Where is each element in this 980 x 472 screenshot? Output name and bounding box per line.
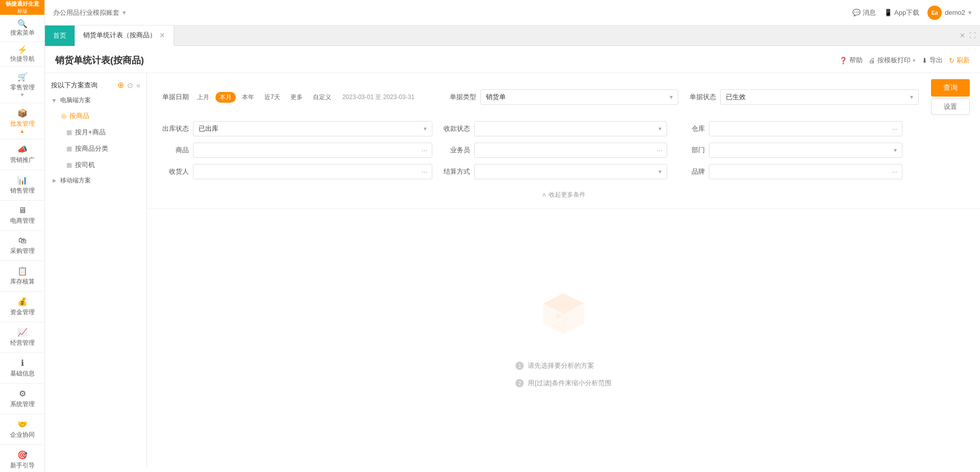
- date-tab-custom[interactable]: 自定义: [309, 92, 335, 103]
- scheme-panel: 按以下方案查询 ⊕ ⊙ « ▼ 电脑端方案 ◎ 按商品: [45, 73, 147, 468]
- out-status-value: 已出库: [199, 124, 218, 133]
- filter-group-payment: 结算方式 ▾: [438, 164, 668, 179]
- sidebar-item-quick-nav[interactable]: ⚡ 快捷导航: [0, 42, 44, 67]
- scheme-section-desktop-header[interactable]: ▼ 电脑端方案: [45, 93, 146, 108]
- sidebar-item-retail[interactable]: 🛒 零售管理 ▼: [0, 67, 44, 103]
- salesperson-dots-icon[interactable]: ···: [657, 146, 663, 154]
- department-select[interactable]: ▾: [709, 143, 902, 158]
- payment-dropdown-icon: ▾: [658, 168, 662, 175]
- collapse-scheme-icon[interactable]: «: [136, 81, 140, 89]
- filter-group-brand: 品牌 ···: [673, 164, 902, 179]
- export-button[interactable]: ⬇ 导出: [922, 56, 943, 65]
- salesperson-input[interactable]: ···: [474, 143, 668, 158]
- refresh-button[interactable]: ↻ 刷新: [949, 56, 970, 65]
- filter-group-out-status: 出库状态 已出库 ▾: [157, 121, 432, 136]
- scheme-panel-actions: ⊕ ⊙ «: [117, 80, 140, 90]
- edit-scheme-icon[interactable]: ⊙: [127, 81, 133, 89]
- type-filter-select[interactable]: 销货单 ▾: [480, 89, 679, 105]
- user-menu[interactable]: Ea demo2 ▾: [927, 6, 972, 20]
- sidebar-item-ecommerce[interactable]: 🖥 电商管理: [0, 201, 44, 231]
- warehouse-dots-icon[interactable]: ···: [892, 125, 898, 133]
- payment-select[interactable]: ▾: [474, 164, 668, 179]
- svg-point-4: [565, 317, 568, 320]
- date-range-text: 2023-03-01 至 2023-03-31: [342, 93, 414, 102]
- collapse-more-button[interactable]: ∧ 收起更多条件: [157, 185, 970, 204]
- sidebar-search-label: 搜索菜单: [3, 29, 41, 37]
- help-icon: ❓: [839, 57, 847, 64]
- payment-label: 结算方式: [438, 167, 474, 176]
- department-label: 部门: [673, 146, 709, 155]
- date-tab-this-month[interactable]: 本月: [215, 92, 236, 103]
- topbar-actions: 💬 消息 📱 App下载 Ea demo2 ▾: [852, 6, 972, 20]
- tab-close-icon[interactable]: ✕: [159, 31, 165, 39]
- empty-tip-2: 2 用[过滤]条件来缩小分析范围: [516, 376, 611, 390]
- sidebar-item-marketing[interactable]: 📣 营销推广: [0, 139, 44, 170]
- warehouse-input[interactable]: ···: [709, 121, 902, 136]
- app-download-button[interactable]: 📱 App下载: [884, 8, 919, 17]
- date-tab-this-year[interactable]: 本年: [238, 92, 258, 103]
- sidebar-item-search[interactable]: 🔍 搜索菜单: [0, 15, 44, 42]
- product-label: 商品: [157, 146, 193, 155]
- export-icon: ⬇: [922, 57, 927, 64]
- scheme-item-by-cashier[interactable]: ▦ 按司机: [45, 157, 146, 173]
- query-button[interactable]: 查询: [931, 79, 970, 97]
- empty-tip-2-text: 用[过滤]条件来缩小分析范围: [528, 376, 611, 390]
- collection-dropdown-icon: ▾: [658, 125, 662, 132]
- brand-input[interactable]: ···: [709, 164, 902, 179]
- scheme-item-by-month-product[interactable]: ▦ 按月+商品: [45, 124, 146, 140]
- sidebar-purchase-label: 采购管理: [10, 247, 35, 255]
- status-filter-select[interactable]: 已生效 ▾: [720, 89, 919, 105]
- sidebar-item-wholesale[interactable]: 📦 批发管理 ▲: [0, 103, 44, 139]
- type-filter-value: 销货单: [486, 92, 506, 102]
- sidebar-item-enterprise[interactable]: 🤝 企业协同: [0, 414, 44, 445]
- setting-button[interactable]: 设置: [931, 99, 970, 115]
- sidebar-item-basic[interactable]: ℹ 基础信息: [0, 353, 44, 384]
- sidebar-sales-label: 销售管理: [10, 186, 35, 195]
- tab-home-label: 首页: [53, 31, 66, 40]
- brand-dots-icon[interactable]: ···: [892, 168, 898, 176]
- out-status-select[interactable]: 已出库 ▾: [193, 121, 432, 136]
- add-scheme-icon[interactable]: ⊕: [117, 80, 124, 90]
- print-icon: 🖨: [869, 57, 875, 64]
- sidebar-item-purchase[interactable]: 🛍 采购管理: [0, 231, 44, 261]
- recipient-dots-icon[interactable]: ···: [422, 168, 428, 176]
- avatar: Ea: [927, 6, 942, 20]
- close-window-icon[interactable]: ✕: [960, 32, 965, 39]
- sidebar-item-newguide[interactable]: 🎯 新手引导: [0, 445, 44, 472]
- empty-tips: 1 请先选择要分析的方案 2 用[过滤]条件来缩小分析范围: [516, 359, 611, 390]
- user-dropdown-icon: ▾: [968, 9, 972, 16]
- app-download-label: App下载: [894, 8, 919, 17]
- date-tab-more[interactable]: 更多: [286, 92, 307, 103]
- salesperson-label: 业务员: [438, 146, 474, 155]
- sidebar-item-system[interactable]: ⚙ 系统管理: [0, 384, 44, 414]
- recipient-input[interactable]: ···: [193, 164, 432, 179]
- basic-icon: ℹ: [21, 358, 24, 368]
- scheme-panel-header: 按以下方案查询 ⊕ ⊙ «: [45, 77, 146, 93]
- industry-dropdown-icon[interactable]: ▾: [122, 9, 126, 16]
- tabbar: 首页 销货单统计表（按商品） ✕ ✕ ⛶: [45, 26, 980, 46]
- collapse-more-icon: ∧: [542, 191, 547, 198]
- print-button[interactable]: 🖨 按模板打印 ▾: [869, 56, 916, 65]
- scheme-item-by-product[interactable]: ◎ 按商品: [45, 108, 146, 124]
- sidebar-system-label: 系统管理: [10, 400, 35, 409]
- date-tab-last-month[interactable]: 上月: [193, 92, 213, 103]
- maximize-window-icon[interactable]: ⛶: [969, 32, 976, 39]
- date-tab-7days[interactable]: 近7天: [260, 92, 284, 103]
- collection-select[interactable]: ▾: [474, 121, 668, 136]
- page: 销货单统计表(按商品) ❓ 帮助 🖨 按模板打印 ▾ ⬇ 导出 ↻ 刷新: [45, 46, 980, 472]
- sidebar-item-finance[interactable]: 💰 资金管理: [0, 292, 44, 322]
- product-dots-icon[interactable]: ···: [422, 146, 428, 154]
- sidebar-item-sales[interactable]: 📊 销售管理: [0, 170, 44, 201]
- product-input[interactable]: ···: [193, 143, 432, 158]
- tab-sales-stats[interactable]: 销货单统计表（按商品） ✕: [75, 26, 174, 46]
- scheme-section-mobile-header[interactable]: ▼ 移动端方案: [45, 173, 146, 188]
- status-dropdown-icon: ▾: [910, 93, 913, 101]
- tab-home[interactable]: 首页: [45, 26, 75, 46]
- logo-text: 畅捷通好生意: [6, 0, 39, 8]
- help-button[interactable]: ❓ 帮助: [839, 56, 863, 65]
- scheme-item-by-category[interactable]: ▦ 按商品分类: [45, 140, 146, 157]
- svg-point-3: [556, 314, 561, 319]
- sidebar-item-inventory[interactable]: 📋 库存核算: [0, 261, 44, 292]
- sidebar-item-operations[interactable]: 📈 经营管理: [0, 322, 44, 353]
- message-button[interactable]: 💬 消息: [852, 8, 876, 17]
